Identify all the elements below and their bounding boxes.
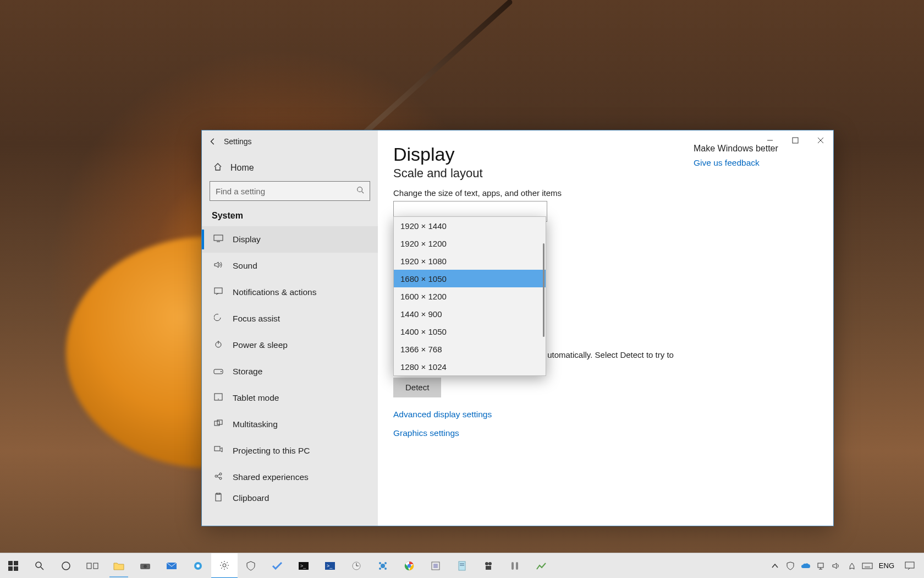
- volume-tray-icon[interactable]: [829, 553, 844, 579]
- resolution-option[interactable]: 1440 × 900: [394, 305, 546, 323]
- file-explorer-button[interactable]: [106, 553, 132, 579]
- svg-line-17: [217, 475, 219, 476]
- keyboard-tray-icon[interactable]: [860, 553, 875, 579]
- nav-list: Display Sound Notifications & actions Fo…: [202, 226, 378, 526]
- security-tray-icon[interactable]: [783, 553, 798, 579]
- tray-expand-button[interactable]: [768, 553, 782, 579]
- settings-window: Settings Home System: [201, 130, 834, 526]
- graphics-settings-link[interactable]: Graphics settings: [393, 428, 686, 438]
- taskbar: >_ >_ ENG: [0, 553, 924, 578]
- nav-power-sleep[interactable]: Power & sleep: [202, 332, 378, 358]
- clock-button[interactable]: [343, 553, 370, 579]
- security-button[interactable]: [238, 553, 264, 579]
- home-nav[interactable]: Home: [202, 152, 378, 181]
- multitasking-icon: [213, 419, 224, 429]
- nav-label: Multitasking: [233, 419, 278, 429]
- resolution-option[interactable]: 1920 × 1080: [394, 252, 546, 270]
- svg-rect-71: [905, 562, 914, 568]
- powershell-button[interactable]: >_: [317, 553, 343, 579]
- tablet-icon: [213, 393, 224, 403]
- app-button-5[interactable]: [528, 553, 554, 579]
- terminal-button[interactable]: >_: [290, 553, 317, 579]
- app-button-1[interactable]: [370, 553, 396, 579]
- svg-point-51: [384, 568, 387, 570]
- settings-taskbar-button[interactable]: [211, 553, 238, 579]
- nav-label: Tablet mode: [233, 393, 279, 403]
- feedback-link[interactable]: Give us feedback: [694, 158, 818, 168]
- nav-multitasking[interactable]: Multitasking: [202, 411, 378, 438]
- scale-label: Change the size of text, apps, and other…: [393, 188, 686, 198]
- back-button[interactable]: [202, 130, 224, 152]
- dropdown-scrollbar[interactable]: [543, 243, 544, 337]
- cortana-button[interactable]: [53, 553, 79, 579]
- svg-point-60: [488, 562, 492, 565]
- photos-button[interactable]: [185, 553, 211, 579]
- nav-label: Sound: [233, 261, 257, 271]
- close-button[interactable]: [808, 130, 833, 150]
- settings-content: Display Scale and layout Change the size…: [378, 130, 833, 526]
- resolution-option[interactable]: 1920 × 1440: [394, 217, 546, 235]
- language-indicator[interactable]: ENG: [876, 561, 898, 570]
- nav-focus-assist[interactable]: Focus assist: [202, 306, 378, 332]
- svg-rect-61: [486, 566, 491, 570]
- nav-clipboard[interactable]: Clipboard: [202, 490, 378, 506]
- search-box[interactable]: [210, 181, 370, 201]
- nav-display[interactable]: Display: [202, 226, 378, 253]
- svg-point-31: [62, 562, 70, 570]
- notepad-button[interactable]: [449, 553, 475, 579]
- resolution-option[interactable]: 1600 × 1200: [394, 287, 546, 305]
- shared-icon: [213, 472, 224, 483]
- resolution-option[interactable]: 1366 × 768: [394, 340, 546, 358]
- chrome-button[interactable]: [396, 553, 422, 579]
- app-button-3[interactable]: [475, 553, 502, 579]
- minimize-button[interactable]: [757, 130, 783, 150]
- section-heading: Scale and layout: [393, 166, 686, 181]
- svg-point-49: [384, 562, 387, 564]
- svg-rect-28: [14, 566, 18, 571]
- home-label: Home: [230, 163, 254, 173]
- nav-sound[interactable]: Sound: [202, 253, 378, 279]
- nav-notifications[interactable]: Notifications & actions: [202, 279, 378, 306]
- resolution-dropdown[interactable]: 1920 × 14401920 × 12001920 × 10801680 × …: [393, 216, 546, 376]
- nav-projecting[interactable]: Projecting to this PC: [202, 438, 378, 464]
- svg-rect-27: [8, 566, 13, 571]
- resolution-option[interactable]: 1920 × 1200: [394, 235, 546, 252]
- task-view-button[interactable]: [79, 553, 106, 579]
- nav-label: Focus assist: [233, 314, 280, 324]
- svg-point-0: [358, 187, 362, 192]
- maximize-button[interactable]: [783, 130, 808, 150]
- resolution-option[interactable]: 1280 × 1024: [394, 358, 546, 375]
- svg-rect-32: [87, 563, 91, 569]
- resolution-option[interactable]: 924 × 578: [394, 270, 546, 287]
- notifications-icon: [213, 287, 224, 297]
- svg-point-59: [485, 562, 488, 565]
- todo-button[interactable]: [264, 553, 290, 579]
- search-icon: [356, 186, 364, 196]
- action-center-button[interactable]: [899, 553, 921, 579]
- svg-line-18: [217, 477, 219, 478]
- advanced-display-link[interactable]: Advanced display settings: [393, 410, 686, 419]
- mail-button[interactable]: [158, 553, 185, 579]
- display-icon: [213, 235, 224, 244]
- nav-tablet-mode[interactable]: Tablet mode: [202, 385, 378, 411]
- svg-text:>_: >_: [300, 563, 306, 569]
- svg-point-16: [219, 477, 222, 479]
- nav-label: Storage: [233, 367, 262, 377]
- pen-tray-icon[interactable]: [845, 553, 859, 579]
- onedrive-tray-icon[interactable]: [799, 553, 813, 579]
- svg-rect-64: [818, 563, 823, 568]
- app-button-2[interactable]: [422, 553, 449, 579]
- resolution-option[interactable]: 1400 × 1050: [394, 323, 546, 340]
- search-button[interactable]: [26, 553, 53, 579]
- start-button[interactable]: [0, 553, 26, 579]
- svg-rect-56: [459, 561, 465, 570]
- detect-button[interactable]: Detect: [393, 378, 441, 397]
- nav-shared-experiences[interactable]: Shared experiences: [202, 464, 378, 490]
- svg-line-1: [362, 192, 364, 194]
- camera-button[interactable]: [132, 553, 158, 579]
- app-button-4[interactable]: [502, 553, 528, 579]
- nav-storage[interactable]: Storage: [202, 358, 378, 385]
- network-tray-icon[interactable]: [814, 553, 828, 579]
- svg-point-15: [219, 473, 222, 475]
- search-input[interactable]: [216, 187, 356, 196]
